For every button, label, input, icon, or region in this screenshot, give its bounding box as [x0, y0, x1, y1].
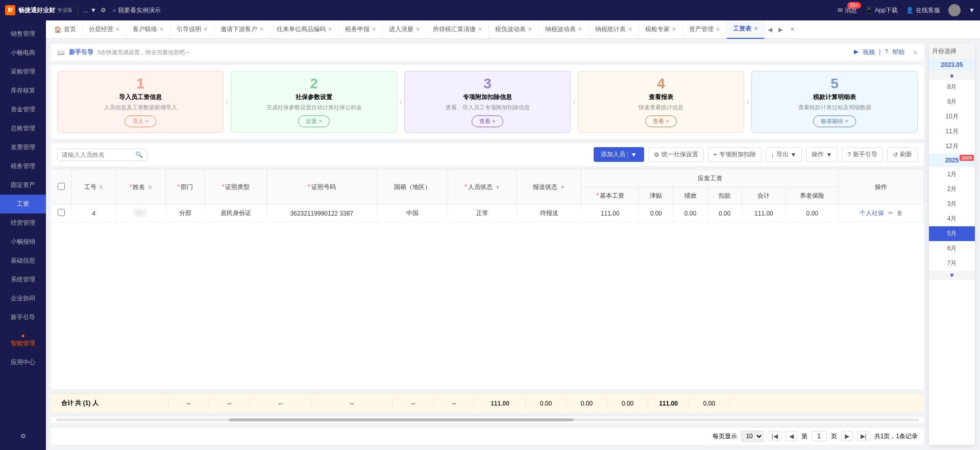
- tab-tax-wave-close-icon[interactable]: ✕: [578, 26, 582, 33]
- tab-tax-report[interactable]: 税务申报 ✕: [339, 20, 383, 39]
- sidebar-item-sales[interactable]: 销售管理: [0, 25, 46, 43]
- app-download-button[interactable]: 📱 App下载: [865, 6, 898, 15]
- th-allowance[interactable]: 津贴: [639, 187, 673, 205]
- online-service-button[interactable]: 👤 在线客服: [906, 6, 940, 15]
- settings-icon[interactable]: ⚙: [101, 7, 106, 14]
- th-id-number[interactable]: 证照号码: [266, 170, 377, 205]
- horizontal-scroll[interactable]: [51, 417, 924, 423]
- sidebar-item-appstore[interactable]: 应用中心: [0, 353, 46, 372]
- tab-close-all-icon[interactable]: ✕: [786, 26, 799, 33]
- th-department[interactable]: 部门: [165, 170, 205, 205]
- tab-guide-close-icon[interactable]: ✕: [203, 26, 208, 33]
- guide-help-label[interactable]: 帮助: [892, 48, 904, 57]
- tab-income-tax[interactable]: 所得税汇算清缴 ✕: [427, 20, 489, 39]
- tab-layered-close-icon[interactable]: ✕: [115, 26, 120, 33]
- sidebar-item-finance[interactable]: 资金管理: [0, 100, 46, 119]
- tab-product-close-icon[interactable]: ✕: [328, 26, 332, 33]
- month-item-7[interactable]: 7月: [929, 256, 975, 271]
- tab-salary-close-icon[interactable]: ✕: [753, 26, 758, 32]
- th-total[interactable]: 合计: [742, 187, 786, 205]
- select-all-checkbox[interactable]: [58, 183, 65, 190]
- month-nav-up-icon[interactable]: ▲: [929, 70, 975, 80]
- sidebar-item-tax[interactable]: 税务管理: [0, 157, 46, 176]
- message-button[interactable]: ✉ 消息 99+: [838, 6, 857, 15]
- sidebar-item-invoice[interactable]: 发票管理: [0, 138, 46, 157]
- sidebar-item-ai[interactable]: ●智能管理: [0, 327, 46, 353]
- month-item-3[interactable]: 3月: [929, 197, 975, 211]
- page-input[interactable]: [812, 431, 827, 441]
- step4-btn[interactable]: 查看 >: [645, 115, 676, 127]
- month-item-6[interactable]: 6月: [929, 241, 975, 256]
- month-item-9[interactable]: 9月: [929, 94, 975, 109]
- sidebar-item-expense[interactable]: 小畅报销: [0, 232, 46, 251]
- export-button[interactable]: ↓ 导出 ▼: [766, 147, 802, 162]
- filter-person-status-icon[interactable]: ▼: [495, 184, 500, 190]
- tab-salary-table[interactable]: 工资表 ✕: [727, 20, 765, 39]
- refresh-button[interactable]: ↺ 刷新: [887, 147, 918, 162]
- month-item-11[interactable]: 11月: [929, 124, 975, 139]
- operations-button[interactable]: 操作 ▼: [806, 147, 838, 162]
- tab-asset-mgmt[interactable]: 资产管理 ✕: [683, 20, 727, 39]
- sidebar-item-assets[interactable]: 固定资产: [0, 176, 46, 195]
- filter-send-status-icon[interactable]: ▼: [560, 184, 566, 190]
- month-item-4[interactable]: 4月: [929, 211, 975, 226]
- tab-tax-report-close-icon[interactable]: ✕: [372, 26, 376, 33]
- tab-customer-contact[interactable]: 客户联络 ✕: [127, 20, 170, 39]
- th-nationality[interactable]: 国籍（地区）: [377, 170, 448, 205]
- th-person-status[interactable]: 人员状态 ▼: [448, 170, 517, 205]
- user-menu-icon[interactable]: ▼: [969, 7, 975, 14]
- guide-button[interactable]: ? 新手引导: [842, 147, 883, 162]
- tab-prev-icon[interactable]: ◀: [765, 26, 775, 33]
- page-size-select[interactable]: 10 20 50: [741, 431, 764, 442]
- tab-clearance-close-icon[interactable]: ✕: [415, 26, 420, 33]
- tab-tax-expert[interactable]: 税检专家 ✕: [639, 20, 683, 39]
- month-item-2[interactable]: 2月: [929, 182, 975, 197]
- demo-button[interactable]: ○ 我要看实例演示: [112, 6, 161, 15]
- month-nav-down-icon[interactable]: ▼: [929, 271, 975, 280]
- tab-tax-stats[interactable]: 纳税统计表 ✕: [589, 20, 639, 39]
- row-checkbox[interactable]: [58, 209, 65, 216]
- sidebar-item-inventory[interactable]: 库存核算: [0, 81, 46, 100]
- op-personal-insurance[interactable]: 个人社保: [860, 209, 884, 217]
- unified-settings-button[interactable]: ⚙ 统一社保设置: [648, 147, 704, 162]
- th-performance[interactable]: 绩效: [673, 187, 707, 205]
- export-caret-icon[interactable]: ▼: [791, 151, 797, 158]
- op-edit-icon[interactable]: ✏: [888, 209, 893, 217]
- sidebar-gear-icon[interactable]: ⚙: [15, 428, 31, 445]
- month-item-5[interactable]: 5月: [929, 226, 975, 241]
- op-delete-icon[interactable]: 🗑: [897, 209, 903, 217]
- user-avatar[interactable]: [948, 4, 961, 16]
- add-person-caret-icon[interactable]: ▼: [627, 151, 637, 158]
- step5-btn[interactable]: 敬请期待 >: [813, 115, 855, 127]
- tab-product-code[interactable]: 往来单位商品编码 ✕: [271, 20, 339, 39]
- last-page-btn[interactable]: ▶|: [857, 431, 870, 441]
- month-item-10[interactable]: 10月: [929, 109, 975, 124]
- operations-caret-icon[interactable]: ▼: [826, 151, 832, 158]
- guide-video-label[interactable]: 视频: [863, 48, 875, 57]
- tab-layered-mgmt[interactable]: 分层经营 ✕: [83, 20, 127, 39]
- month-item-8[interactable]: 8月: [929, 80, 975, 94]
- step1-btn[interactable]: 导入 >: [125, 115, 156, 127]
- next-page-btn[interactable]: ▶: [841, 431, 853, 441]
- tab-asset-mgmt-close-icon[interactable]: ✕: [716, 26, 720, 33]
- tab-customer-close-icon[interactable]: ✕: [159, 26, 164, 33]
- sidebar-item-ecom[interactable]: 小畅电商: [0, 43, 46, 62]
- tab-invite[interactable]: 邀请下游客户 ✕: [214, 20, 271, 39]
- th-basic-salary[interactable]: 基本工资: [581, 187, 639, 205]
- sidebar-item-collab[interactable]: 企业协同: [0, 289, 46, 308]
- tab-guide-desc[interactable]: 引导说明 ✕: [170, 20, 214, 39]
- tab-tax-burden-close-icon[interactable]: ✕: [528, 26, 532, 33]
- special-deduction-button[interactable]: + 专项附加扣除: [708, 147, 762, 162]
- sidebar-item-ops[interactable]: 经营管理: [0, 214, 46, 232]
- tab-tax-stats-close-icon[interactable]: ✕: [628, 26, 632, 33]
- search-icon[interactable]: 🔍: [135, 151, 143, 158]
- prev-page-btn[interactable]: ◀: [786, 431, 797, 441]
- scrollbar-thumb[interactable]: [229, 418, 574, 421]
- tab-invite-close-icon[interactable]: ✕: [259, 26, 264, 33]
- sidebar-item-system[interactable]: 系统管理: [0, 270, 46, 289]
- sidebar-item-salary[interactable]: 工资: [0, 195, 46, 214]
- sidebar-item-guide[interactable]: 新手引导: [0, 308, 46, 327]
- tab-home[interactable]: 🏠 首页: [48, 20, 83, 39]
- th-name[interactable]: 姓名 ⇅: [116, 170, 165, 205]
- step3-btn[interactable]: 查看 >: [472, 115, 503, 127]
